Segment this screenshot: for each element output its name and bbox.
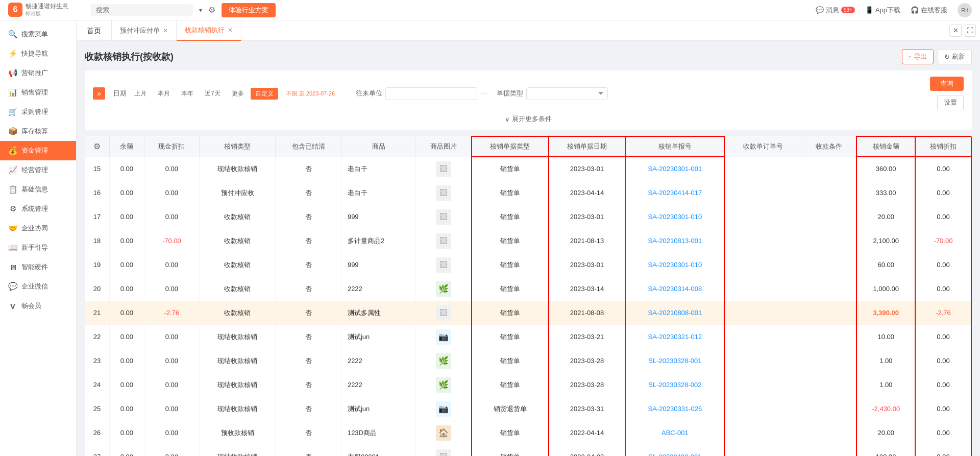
- table-row: 23 0.00 0.00 现结收款核销 否 2222 🌿 销货单 2023-03…: [85, 349, 971, 373]
- sidebar-item-marketing[interactable]: 📢 营销推广: [0, 63, 76, 83]
- table-row: 20 0.00 0.00 收款核销 否 2222 🌿 销货单 2023-03-1…: [85, 277, 971, 301]
- sidebar-item-search[interactable]: 🔍 搜索菜单: [0, 25, 76, 44]
- sidebar-item-hardware[interactable]: 🖥 智能硬件: [0, 257, 76, 277]
- date-btn-this-year[interactable]: 本年: [177, 88, 198, 100]
- verify-bill-no-link[interactable]: SA-20230314-008: [648, 285, 702, 293]
- query-button[interactable]: 查询: [930, 77, 964, 91]
- message-item[interactable]: 💬 消息 99+: [816, 6, 855, 15]
- guide-icon: 📖: [8, 243, 17, 252]
- cell-verify-discount: 0.00: [915, 205, 971, 229]
- sidebar-item-guide[interactable]: 📖 新手引导: [0, 238, 76, 257]
- col-verify-type: 核销类型: [199, 136, 275, 157]
- cell-verify-discount: 0.00: [915, 157, 971, 181]
- sidebar-label-purchase: 采购管理: [21, 107, 48, 116]
- from-unit-more[interactable]: ···: [480, 90, 488, 97]
- date-btn-last-month[interactable]: 上月: [130, 88, 151, 100]
- tab-prepay[interactable]: 预付冲应付单 ✕: [112, 20, 177, 41]
- cell-verify-bill-no: SL-20230328-002: [625, 373, 724, 397]
- user-item[interactable]: Rit: [958, 3, 972, 17]
- product-img: 🖼: [436, 185, 451, 201]
- verify-bill-no-link[interactable]: SA-20230331-026: [648, 405, 702, 413]
- cell-product-img: 🌿: [416, 349, 472, 373]
- cell-verify-amount: 20.00: [856, 421, 915, 445]
- verify-bill-no-link[interactable]: SA-20230414-017: [648, 189, 702, 197]
- cell-num: 17: [85, 205, 110, 229]
- table-row: 22 0.00 0.00 现结收款核销 否 测试jun 📷 销货单 2023-0…: [85, 325, 971, 349]
- verify-bill-no-link[interactable]: ABC-001: [662, 429, 689, 437]
- cell-verify-bill-type: 销货单: [472, 253, 549, 277]
- top-search-input[interactable]: [91, 4, 193, 16]
- sidebar-item-finance[interactable]: 💰 资金管理: [0, 141, 76, 160]
- filter-right-actions: 查询 设置: [930, 77, 964, 110]
- export-button[interactable]: ↑ 导出: [902, 49, 934, 64]
- cell-balance: 0.00: [110, 205, 144, 229]
- app-name: 畅捷通谱好生意: [26, 3, 68, 10]
- verify-bill-no-link[interactable]: SL-20230408-001: [648, 453, 701, 456]
- date-btn-more[interactable]: 更多: [227, 88, 249, 100]
- cell-receipt-order-no: [724, 205, 801, 229]
- verify-bill-no-link[interactable]: SA-20230301-010: [648, 261, 702, 269]
- expand-window-btn[interactable]: ⛶: [964, 25, 976, 37]
- date-btn-this-month[interactable]: 本月: [153, 88, 175, 100]
- layout: 🔍 搜索菜单 ⚡ 快捷导航 📢 营销推广 📊 销售管理 🛒 采购管理 📦 库存核…: [0, 20, 980, 456]
- cell-product-img: 📷: [416, 397, 472, 421]
- cell-verify-bill-date: 2023-04-08: [549, 445, 626, 456]
- col-verify-discount: 核销折扣: [915, 136, 971, 157]
- sidebar-item-basic[interactable]: 📋 基础信息: [0, 180, 76, 199]
- cell-verify-bill-no: SA-20210808-001: [625, 301, 724, 325]
- date-btn-custom[interactable]: 自定义: [251, 88, 278, 100]
- cell-receipt-order-no: [724, 277, 801, 301]
- expand-more-btn[interactable]: ∨ 展开更多条件: [505, 114, 552, 124]
- cell-balance: 0.00: [110, 277, 144, 301]
- date-btn-7days[interactable]: 近7天: [200, 88, 225, 100]
- table-row: 16 0.00 0.00 预付冲应收 否 老白干 🖼 销货单 2023-04-1…: [85, 181, 971, 205]
- verify-bill-no-link[interactable]: SA-20210808-001: [648, 309, 702, 317]
- search-dropdown-icon[interactable]: ▾: [199, 7, 202, 14]
- cell-verify-type: 现结收款核销: [199, 373, 275, 397]
- verify-bill-no-link[interactable]: SA-20230301-010: [648, 213, 702, 221]
- filter-expand-btn[interactable]: »: [93, 87, 105, 100]
- verify-bill-no-link[interactable]: SL-20230328-001: [648, 357, 701, 365]
- sidebar-item-member[interactable]: V 畅会员: [0, 296, 76, 316]
- sidebar-item-collab[interactable]: 🤝 企业协同: [0, 219, 76, 238]
- online-service-item[interactable]: 🎧 在线客服: [911, 6, 947, 15]
- tab-verify-close[interactable]: ✕: [228, 27, 233, 34]
- refresh-button[interactable]: ↻ 刷新: [938, 49, 972, 64]
- col-settings-icon[interactable]: ⚙: [93, 142, 101, 151]
- cell-product: 2222: [341, 373, 415, 397]
- verify-bill-no-link[interactable]: SA-20230321-012: [648, 333, 702, 341]
- sidebar-item-inventory[interactable]: 📦 库存核算: [0, 122, 76, 141]
- cell-verify-bill-no: SA-20210813-001: [625, 229, 724, 253]
- cell-verify-bill-type: 销货单: [472, 205, 549, 229]
- cell-include-settled: 否: [276, 157, 341, 181]
- purchase-icon: 🛒: [8, 107, 17, 116]
- table-row: 19 0.00 0.00 收款核销 否 999 🖼 销货单 2023-03-01…: [85, 253, 971, 277]
- tab-home[interactable]: 首页: [77, 20, 112, 41]
- shortcut-icon: ⚡: [8, 49, 17, 58]
- settings-icon[interactable]: ⚙: [208, 5, 215, 15]
- settings-small-button[interactable]: 设置: [937, 95, 964, 110]
- app-download-item[interactable]: 📱 App下载: [865, 6, 900, 15]
- cell-product: 999: [341, 253, 415, 277]
- cell-product-img: 🖼: [416, 205, 472, 229]
- sidebar-item-system[interactable]: ⚙ 系统管理: [0, 199, 76, 219]
- verify-bill-no-link[interactable]: SL-20230328-002: [648, 381, 701, 389]
- cell-verify-bill-type: 销货单: [472, 421, 549, 445]
- cell-verify-discount: 0.00: [915, 445, 971, 456]
- col-settings[interactable]: ⚙: [85, 136, 110, 157]
- sidebar-item-sales[interactable]: 📊 销售管理: [0, 83, 76, 102]
- tab-verify[interactable]: 收款核销执行 ✕: [177, 20, 241, 41]
- close-window-btn[interactable]: ✕: [949, 25, 962, 37]
- sidebar-item-wechat[interactable]: 💬 企业微信: [0, 277, 76, 296]
- sidebar-item-shortcut[interactable]: ⚡ 快捷导航: [0, 44, 76, 63]
- col-product: 商品: [341, 136, 415, 157]
- page-content: 收款核销执行(按收款) ↑ 导出 ↻ 刷新 » 日期: [77, 41, 980, 456]
- from-unit-input[interactable]: [385, 87, 477, 100]
- industry-button[interactable]: 体验行业方案: [222, 3, 276, 17]
- tab-prepay-close[interactable]: ✕: [163, 27, 168, 34]
- voucher-type-select[interactable]: [526, 87, 608, 100]
- verify-bill-no-link[interactable]: SA-20210813-001: [648, 237, 702, 245]
- sidebar-item-purchase[interactable]: 🛒 采购管理: [0, 102, 76, 122]
- verify-bill-no-link[interactable]: SA-20230301-001: [648, 165, 702, 173]
- sidebar-item-management[interactable]: 📈 经营管理: [0, 160, 76, 180]
